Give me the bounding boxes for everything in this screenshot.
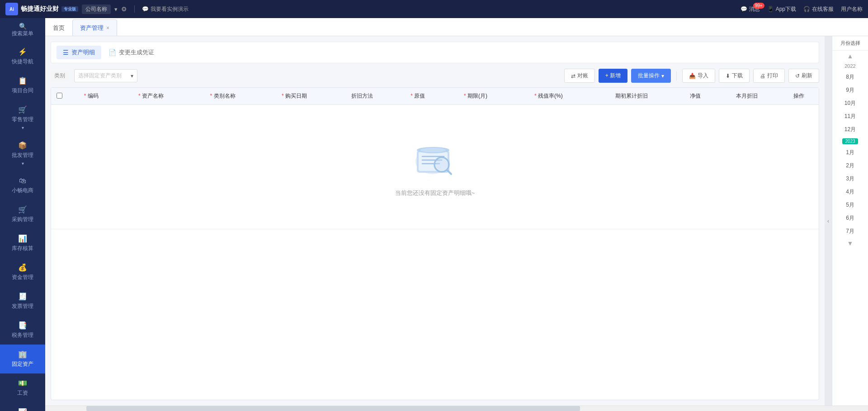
sidebar-item-project[interactable]: 📋 项目合同: [0, 71, 45, 100]
add-button[interactable]: + 新增: [599, 69, 627, 83]
operation-icon: 📈: [18, 408, 27, 411]
month-panel-scroll[interactable]: ▲ 2022 8月 9月 10月 11月 12月 2023 1月 2月 3月: [832, 51, 868, 406]
sidebar-search[interactable]: 🔍 搜索菜单: [0, 18, 45, 42]
th-category: 类别名称: [187, 88, 259, 105]
ecommerce-label: 小畅电商: [12, 187, 33, 194]
month-item-2022-08[interactable]: 8月: [832, 71, 868, 84]
message-button[interactable]: 💬 消息 99+: [741, 5, 760, 13]
user-info[interactable]: 用户名称: [841, 5, 863, 13]
sidebar-item-invoice[interactable]: 🧾 发票管理: [0, 287, 45, 316]
month-nav-down[interactable]: ▼: [832, 238, 868, 249]
retail-icon: 🛒: [18, 105, 27, 114]
download-button[interactable]: ⬇ 下载: [719, 69, 750, 83]
voucher-tab-icon: 📄: [108, 49, 116, 56]
reconcile-icon: ⇄: [571, 73, 576, 79]
month-item-2023-01[interactable]: 1月: [832, 146, 868, 159]
sub-tab-voucher[interactable]: 📄 变更生成凭证: [102, 46, 160, 59]
sidebar-item-wholesale[interactable]: 📦 批发管理 ▾: [0, 136, 45, 171]
month-nav-up[interactable]: ▲: [832, 51, 868, 61]
empty-state-cell: 当前您还没有固定资产明细哦~: [51, 105, 819, 229]
reconcile-button[interactable]: ⇄ 对账: [564, 69, 595, 83]
refresh-button[interactable]: ↺ 刷新: [788, 69, 819, 83]
scrollbar-thumb: [86, 406, 580, 411]
wholesale-label: 批发管理: [12, 151, 33, 159]
nav-icon: ⚡: [18, 47, 27, 56]
filter-category-label: 类别: [51, 70, 69, 81]
th-purchase-date: 购买日期: [259, 88, 330, 105]
th-operation: 操作: [779, 88, 819, 105]
finance-label: 资金管理: [12, 274, 33, 281]
wholesale-icon: 📦: [18, 141, 27, 150]
th-monthly: 本月折旧: [715, 88, 779, 105]
content-area: 首页 资产管理 × ☰ 资产明细 📄 变更生成凭证: [45, 18, 868, 411]
refresh-icon: ↺: [795, 73, 800, 79]
phone-icon: 📱: [767, 6, 774, 12]
demo-icon: 💬: [142, 6, 149, 12]
tab-assets[interactable]: 资产管理 ×: [72, 19, 117, 36]
page-container: ☰ 资产明细 📄 变更生成凭证 类别 选择固定资产类别 ▾: [45, 36, 868, 406]
th-checkbox: [51, 88, 67, 105]
wholesale-arrow-icon: ▾: [22, 161, 24, 166]
svg-point-7: [436, 159, 448, 170]
sidebar-item-finance[interactable]: 💰 资金管理: [0, 258, 45, 287]
filter-category-select[interactable]: 选择固定资产类别 ▾: [74, 69, 137, 82]
month-item-2022-12[interactable]: 12月: [832, 123, 868, 136]
sidebar-item-nav[interactable]: ⚡ 快捷导航: [0, 42, 45, 71]
tab-home[interactable]: 首页: [45, 19, 72, 36]
empty-state: 当前您还没有固定资产明细哦~: [55, 109, 815, 224]
company-selector[interactable]: 公司名称: [82, 5, 111, 14]
batch-button[interactable]: 批量操作 ▾: [631, 69, 671, 83]
voucher-tab-label: 变更生成凭证: [119, 48, 154, 57]
sidebar-item-tax[interactable]: 📑 税务管理: [0, 316, 45, 345]
detail-tab-label: 资产明细: [71, 48, 95, 57]
ecommerce-icon: 🛍: [19, 177, 26, 185]
month-item-2023-03[interactable]: 3月: [832, 172, 868, 185]
month-item-2023-07[interactable]: 7月: [832, 225, 868, 238]
company-dropdown-icon[interactable]: ▾: [114, 6, 118, 13]
demo-link[interactable]: 💬 我要看实例演示: [142, 5, 189, 13]
month-item-2023-04[interactable]: 4月: [832, 185, 868, 198]
sidebar-item-inventory[interactable]: 📊 库存核算: [0, 229, 45, 258]
year-2022: 2022: [832, 61, 868, 71]
tab-assets-label: 资产管理: [80, 24, 104, 32]
month-item-2023-05[interactable]: 5月: [832, 198, 868, 212]
sidebar-item-ecommerce[interactable]: 🛍 小畅电商: [0, 171, 45, 200]
tab-close-icon[interactable]: ×: [106, 25, 109, 31]
month-item-2022-10[interactable]: 10月: [832, 97, 868, 110]
service-label: 在线客服: [812, 5, 834, 13]
import-button[interactable]: 📥 导入: [682, 69, 715, 83]
sidebar-item-purchase[interactable]: 🛒 采购管理: [0, 200, 45, 229]
select-all-checkbox[interactable]: [57, 93, 62, 99]
panel-toggle[interactable]: ‹: [825, 36, 832, 406]
settings-icon[interactable]: ⚙: [121, 5, 127, 13]
sidebar-item-operation[interactable]: 📈 经营管理: [0, 402, 45, 411]
sidebar: 🔍 搜索菜单 ⚡ 快捷导航 📋 项目合同 🛒 零售管理 ▾ 📦 批发管理 ▾ 🛍…: [0, 18, 45, 411]
empty-illustration: [408, 137, 462, 182]
purchase-label: 采购管理: [12, 216, 33, 223]
sidebar-item-retail[interactable]: 🛒 零售管理 ▾: [0, 100, 45, 136]
app-download-button[interactable]: 📱 App下载: [767, 5, 796, 13]
bottom-scrollbar[interactable]: [45, 406, 868, 411]
month-panel-title: 月份选择: [832, 36, 868, 51]
month-item-2022-09[interactable]: 9月: [832, 84, 868, 97]
sidebar-item-salary[interactable]: 💵 工资: [0, 373, 45, 402]
reconcile-label: 对账: [577, 72, 588, 80]
toolbar-separator: [676, 71, 677, 80]
tax-label: 税务管理: [12, 331, 33, 339]
empty-text: 当前您还没有固定资产明细哦~: [395, 189, 475, 197]
app-name: 畅捷通好业财: [21, 5, 59, 13]
sub-tabs: ☰ 资产明细 📄 变更生成凭证: [51, 42, 819, 63]
sub-tab-detail[interactable]: ☰ 资产明细: [57, 46, 101, 59]
month-panel: 月份选择 ▲ 2022 8月 9月 10月 11月 12月 2023 1月: [832, 36, 868, 406]
filter-placeholder: 选择固定资产类别: [78, 72, 129, 80]
month-item-2023-02[interactable]: 2月: [832, 159, 868, 172]
asset-table: 编码 资产名称 类别名称 购买日期 折旧方法 原值 期限(月) 残值率(%) 期…: [51, 87, 819, 400]
month-item-2022-11[interactable]: 11月: [832, 110, 868, 123]
year-2023-badge-row: 2023: [832, 136, 868, 146]
salary-icon: 💵: [18, 379, 27, 387]
online-service-button[interactable]: 🎧 在线客服: [803, 5, 834, 13]
month-item-2023-06[interactable]: 6月: [832, 212, 868, 225]
sidebar-item-assets[interactable]: 🏢 固定资产: [0, 345, 45, 373]
th-period: 期限(月): [442, 88, 509, 105]
print-button[interactable]: 🖨 打印: [753, 69, 785, 83]
